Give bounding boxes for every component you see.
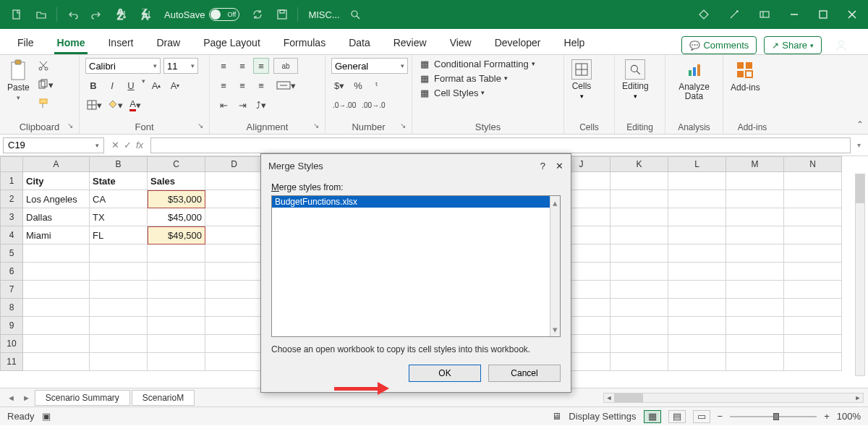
open-icon[interactable] <box>33 7 49 22</box>
cell[interactable] <box>610 244 668 263</box>
cell[interactable] <box>726 335 784 353</box>
addins-button[interactable]: Add-ins <box>729 58 762 94</box>
cell[interactable] <box>23 281 90 299</box>
cell[interactable] <box>610 190 668 208</box>
cell[interactable] <box>726 317 784 335</box>
cell[interactable]: Miami <box>23 226 90 244</box>
cell[interactable] <box>205 263 263 281</box>
row-header[interactable]: 3 <box>0 208 23 226</box>
cells-button[interactable]: Cells▾ <box>570 58 593 101</box>
align-right-button[interactable]: ≡ <box>253 77 269 93</box>
launcher-icon[interactable]: ↘ <box>313 122 319 129</box>
analyze-data-button[interactable]: Analyze Data <box>671 58 717 103</box>
cell[interactable] <box>23 317 90 335</box>
cell[interactable] <box>610 208 668 226</box>
cell[interactable] <box>726 244 784 263</box>
vertical-scrollbar[interactable] <box>855 174 865 376</box>
col-header[interactable]: B <box>90 156 148 172</box>
cell[interactable] <box>610 263 668 281</box>
tab-view[interactable]: View <box>447 37 475 54</box>
enter-formula-icon[interactable]: ✓ <box>124 140 132 150</box>
cell[interactable] <box>205 335 263 353</box>
cell[interactable] <box>148 244 205 263</box>
increase-decimal-button[interactable]: .0→.00 <box>331 97 357 113</box>
row-header[interactable]: 1 <box>0 172 23 190</box>
minimize-button[interactable] <box>783 6 806 23</box>
cell[interactable] <box>148 263 205 281</box>
cell[interactable] <box>205 172 263 190</box>
close-button[interactable] <box>841 6 864 23</box>
col-header[interactable]: N <box>784 156 842 172</box>
currency-button[interactable]: $▾ <box>331 77 347 93</box>
cell[interactable] <box>784 281 842 299</box>
cell[interactable] <box>668 263 726 281</box>
cell[interactable] <box>668 226 726 244</box>
col-header[interactable]: K <box>610 156 668 172</box>
horizontal-scrollbar[interactable]: ◄► <box>603 393 864 403</box>
format-as-table-button[interactable]: ▦Format as Table▾ <box>418 72 535 84</box>
cell[interactable] <box>205 190 263 208</box>
align-top-button[interactable]: ≡ <box>216 58 231 74</box>
workbook-listbox[interactable]: BudgetFunctions.xlsx ▴▾ <box>271 195 561 337</box>
cell[interactable] <box>668 244 726 263</box>
grow-font-button[interactable]: A▴ <box>148 77 164 93</box>
cell[interactable] <box>784 263 842 281</box>
cell[interactable] <box>610 317 668 335</box>
tab-insert[interactable]: Insert <box>105 37 136 54</box>
merge-button[interactable]: ▾ <box>273 77 298 93</box>
ribbon-display-icon[interactable] <box>757 7 773 22</box>
cell[interactable] <box>148 317 205 335</box>
cell[interactable] <box>784 172 842 190</box>
paste-button[interactable]: Paste ▾ <box>6 58 31 103</box>
cell[interactable] <box>148 281 205 299</box>
cell[interactable] <box>90 299 148 317</box>
row-header[interactable]: 11 <box>0 353 23 371</box>
number-format-combo[interactable]: General▾ <box>331 58 408 74</box>
cancel-formula-icon[interactable]: ✕ <box>111 140 119 150</box>
dialog-titlebar[interactable]: Merge Styles ? ✕ <box>261 154 571 177</box>
cell[interactable] <box>726 263 784 281</box>
cell[interactable] <box>23 353 90 371</box>
view-normal-button[interactable]: ▦ <box>644 410 661 423</box>
cell[interactable] <box>726 208 784 226</box>
orientation-button[interactable]: ⤴▾ <box>253 97 269 113</box>
dialog-help-button[interactable]: ? <box>540 161 545 171</box>
increase-indent-button[interactable]: ⇥ <box>234 97 250 113</box>
sheet-nav-prev[interactable]: ◄ <box>4 393 18 402</box>
cell[interactable] <box>610 281 668 299</box>
cell[interactable] <box>784 353 842 371</box>
ok-button[interactable]: OK <box>409 365 481 382</box>
row-header[interactable]: 4 <box>0 226 23 244</box>
cell[interactable] <box>610 226 668 244</box>
cell[interactable] <box>90 353 148 371</box>
align-center-button[interactable]: ≡ <box>234 77 250 93</box>
launcher-icon[interactable]: ↘ <box>400 122 406 129</box>
cell[interactable]: City <box>23 172 90 190</box>
display-settings-icon[interactable]: 🖥 <box>552 411 561 422</box>
sort-asc-icon[interactable]: AZ <box>114 7 129 22</box>
wrap-text-button[interactable]: ab <box>273 58 298 74</box>
cell[interactable] <box>668 208 726 226</box>
align-bottom-button[interactable]: ≡ <box>253 58 269 74</box>
save-icon[interactable] <box>274 7 290 22</box>
share-button[interactable]: ↗Share▾ <box>764 36 822 54</box>
cut-button[interactable] <box>35 58 51 74</box>
bold-button[interactable]: B <box>85 77 101 93</box>
cell[interactable] <box>784 208 842 226</box>
font-name-combo[interactable]: Calibri▾ <box>85 58 161 74</box>
tab-help[interactable]: Help <box>561 37 588 54</box>
cell[interactable]: Sales <box>148 172 205 190</box>
cell[interactable]: CA <box>90 190 148 208</box>
italic-button[interactable]: I <box>104 77 120 93</box>
copy-button[interactable]: ▾ <box>35 77 55 93</box>
listbox-scrollbar[interactable]: ▴▾ <box>550 196 560 336</box>
expand-formula-bar-icon[interactable]: ▾ <box>857 141 861 149</box>
cell[interactable] <box>148 299 205 317</box>
cell[interactable] <box>668 335 726 353</box>
zoom-slider[interactable] <box>730 416 817 417</box>
cell[interactable] <box>23 335 90 353</box>
format-painter-button[interactable] <box>35 95 51 111</box>
launcher-icon[interactable]: ↘ <box>67 122 73 129</box>
cell[interactable] <box>90 263 148 281</box>
account-icon[interactable] <box>833 38 849 54</box>
